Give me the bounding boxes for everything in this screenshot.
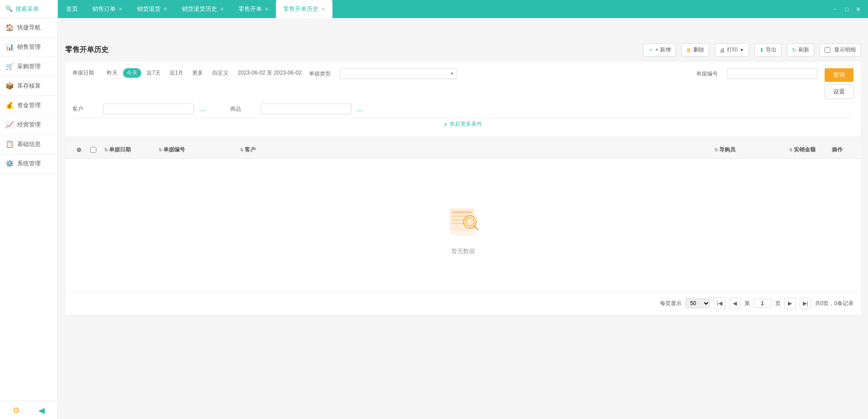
next-page-button[interactable]: ▶ xyxy=(784,297,796,309)
page-header: 零售开单历史 ＋ + 新增 🗑 删除 🖨 打印 ▼ ⬆ 导出 ↻ 刷新 xyxy=(65,43,861,56)
th-billno[interactable]: ⇅ 单据编号 xyxy=(155,146,236,154)
money-icon: 💰 xyxy=(5,101,14,109)
sidebar-item-sys-mgmt[interactable]: ⚙️ 系统管理 xyxy=(0,154,57,174)
tab-label: 销货退货历史 xyxy=(182,5,217,13)
bill-no-input[interactable] xyxy=(727,68,817,79)
settings-button[interactable]: 设置 xyxy=(825,85,854,99)
goods-input[interactable] xyxy=(261,104,351,114)
sidebar: 🔍 搜索采单 🏠 快捷导航 📊 销售管理 🛒 采购管理 📦 库存核算 💰 资金管… xyxy=(0,0,58,419)
chevron-up-icon: ∧ xyxy=(444,121,448,127)
sort-icon: ⇅ xyxy=(104,147,108,152)
tab-home[interactable]: 首页 xyxy=(59,0,85,18)
prev-page-button[interactable]: ◀ xyxy=(729,297,741,309)
date-tab-7days[interactable]: 近7天 xyxy=(143,68,164,78)
th-checkbox[interactable] xyxy=(87,147,100,153)
select-all-checkbox[interactable] xyxy=(90,147,96,153)
sidebar-item-label: 经营管理 xyxy=(17,121,41,129)
sidebar-item-label: 采购管理 xyxy=(17,62,41,71)
delete-label: 删除 xyxy=(693,46,704,54)
bill-type-select[interactable]: ▾ xyxy=(340,68,457,79)
tab-close-icon[interactable]: ✕ xyxy=(220,6,224,12)
delete-icon: 🗑 xyxy=(686,47,692,53)
sidebar-item-sales-mgmt[interactable]: 📊 销售管理 xyxy=(0,38,57,57)
first-page-button[interactable]: |◀ xyxy=(714,297,726,309)
customer-input[interactable] xyxy=(103,104,194,114)
main-content: 零售开单历史 ＋ + 新增 🗑 删除 🖨 打印 ▼ ⬆ 导出 ↻ 刷新 xyxy=(58,36,868,419)
page-title: 零售开单历史 xyxy=(65,45,109,55)
date-tab-1month[interactable]: 近1月 xyxy=(166,68,187,78)
query-button[interactable]: 查询 xyxy=(825,68,854,82)
th-amount[interactable]: ⇅ 实销金额 xyxy=(765,146,819,154)
sidebar-item-label: 资金管理 xyxy=(17,101,41,109)
sidebar-search[interactable]: 🔍 搜索采单 xyxy=(0,0,57,18)
delete-button[interactable]: 🗑 删除 xyxy=(681,43,709,56)
sidebar-item-quick-nav[interactable]: 🏠 快捷导航 xyxy=(0,18,57,38)
export-label: 导出 xyxy=(766,46,777,54)
svg-line-8 xyxy=(474,226,478,230)
tab-close-icon[interactable]: ✕ xyxy=(163,6,167,12)
settings-bottom-icon[interactable]: ⚙ xyxy=(13,405,20,415)
cart-icon: 🛒 xyxy=(5,62,14,71)
col-billno-label: 单据编号 xyxy=(163,146,185,154)
last-page-button[interactable]: ▶| xyxy=(800,297,811,309)
display-cols-button[interactable]: 显示明细 xyxy=(820,43,861,56)
tab-close-icon[interactable]: ✕ xyxy=(321,6,325,12)
tab-close-icon[interactable]: ✕ xyxy=(265,6,269,12)
sidebar-item-basic-info[interactable]: 📋 基础信息 xyxy=(0,135,57,154)
th-guide[interactable]: ⇅ 导购员 xyxy=(711,146,765,154)
customer-dots-button[interactable]: ... xyxy=(199,105,205,113)
sidebar-item-label: 销售管理 xyxy=(17,43,41,51)
tab-label: 销售订单 xyxy=(92,5,116,13)
date-tabs: 昨天 今天 近7天 近1月 更多 自定义 xyxy=(103,68,232,78)
goods-dots-button[interactable]: ... xyxy=(357,105,363,113)
sort-icon: ⇅ xyxy=(789,147,792,152)
print-button[interactable]: 🖨 打印 ▼ xyxy=(715,43,749,56)
bill-type-label: 单据类型 xyxy=(309,70,336,78)
window-close-icon[interactable]: ✕ xyxy=(856,6,861,13)
print-icon: 🖨 xyxy=(720,47,725,53)
add-label: + 新增 xyxy=(655,46,671,54)
sidebar-item-finance[interactable]: 💰 资金管理 xyxy=(0,96,57,115)
th-date[interactable]: ⇅ 单据日期 xyxy=(100,146,155,154)
svg-rect-2 xyxy=(452,211,472,213)
svg-rect-3 xyxy=(452,216,468,217)
tab-sales-return[interactable]: 销货退货 ✕ xyxy=(130,0,175,18)
tab-sales-return-history[interactable]: 销货退货历史 ✕ xyxy=(175,0,231,18)
date-tab-yesterday[interactable]: 昨天 xyxy=(103,68,121,78)
bill-no-label: 单据编号 xyxy=(696,70,723,78)
sidebar-item-label: 系统管理 xyxy=(17,160,41,168)
window-maximize-icon[interactable]: □ xyxy=(845,6,849,13)
sidebar-item-label: 库存核算 xyxy=(17,82,41,90)
export-button[interactable]: ⬆ 导出 xyxy=(754,43,782,56)
sidebar-item-operation[interactable]: 📈 经营管理 xyxy=(0,115,57,135)
display-cols-checkbox[interactable] xyxy=(825,47,830,53)
window-minimize-icon[interactable]: － xyxy=(832,5,838,13)
sidebar-item-stock[interactable]: 📦 库存核算 xyxy=(0,76,57,96)
toolbar: ＋ + 新增 🗑 删除 🖨 打印 ▼ ⬆ 导出 ↻ 刷新 显示 xyxy=(643,43,861,56)
date-tab-custom[interactable]: 自定义 xyxy=(209,68,232,78)
sort-icon: ⇅ xyxy=(158,147,162,152)
collapse-label: 收起更多条件 xyxy=(450,120,482,128)
refresh-button[interactable]: ↻ 刷新 xyxy=(787,43,814,56)
th-settings[interactable]: ⚙ xyxy=(71,147,87,153)
table-header: ⚙ ⇅ 单据日期 ⇅ 单据编号 ⇅ 客户 ⇅ 导购员 ⇅ xyxy=(65,141,861,159)
tab-label: 首页 xyxy=(66,5,78,13)
total-info: 共0页，0条记录 xyxy=(815,300,854,307)
settings-col-icon: ⚙ xyxy=(76,147,81,153)
tab-retail-open[interactable]: 零售开单 ✕ xyxy=(231,0,276,18)
date-tab-more[interactable]: 更多 xyxy=(189,68,207,78)
date-range: 2023-06-02 至 2023-06-02 xyxy=(237,69,301,77)
tab-close-icon[interactable]: ✕ xyxy=(119,6,123,12)
date-tab-today[interactable]: 今天 xyxy=(123,68,141,78)
tab-retail-history[interactable]: 零售开单历史 ✕ xyxy=(276,0,332,18)
collapse-sidebar-icon[interactable]: ◀ xyxy=(38,405,45,415)
tab-sales-order[interactable]: 销售订单 ✕ xyxy=(85,0,130,18)
per-page-select[interactable]: 50 100 200 xyxy=(685,298,710,308)
collapse-filter-button[interactable]: ∧ 收起更多条件 xyxy=(72,118,854,130)
refresh-label: 刷新 xyxy=(798,46,809,54)
page-input[interactable] xyxy=(754,299,772,308)
th-customer[interactable]: ⇅ 客户 xyxy=(236,146,711,154)
empty-text: 暂无数据 xyxy=(451,247,475,255)
sidebar-item-purchase-mgmt[interactable]: 🛒 采购管理 xyxy=(0,57,57,76)
add-button[interactable]: ＋ + 新增 xyxy=(643,43,676,56)
